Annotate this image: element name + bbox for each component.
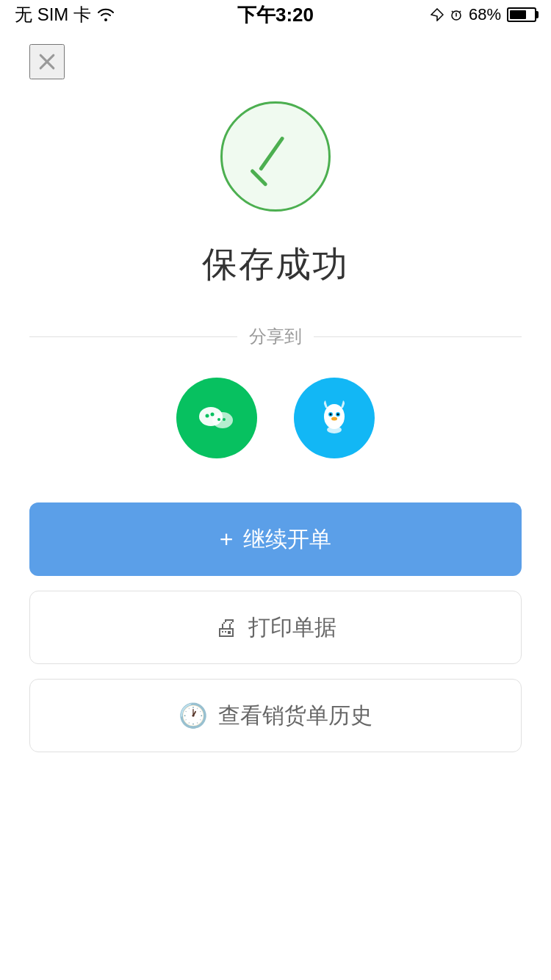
- wechat-share-button[interactable]: [176, 378, 257, 458]
- share-icons: [29, 378, 522, 458]
- svg-point-5: [212, 412, 233, 428]
- qq-icon: [312, 396, 356, 440]
- wifi-icon: [97, 8, 115, 21]
- success-circle: [220, 101, 331, 212]
- battery-percent: 68%: [469, 5, 501, 24]
- svg-point-7: [211, 413, 215, 417]
- status-right: 68%: [431, 5, 536, 24]
- svg-line-2: [452, 11, 453, 12]
- print-icon: 🖨: [215, 614, 238, 641]
- success-title: 保存成功: [202, 241, 349, 288]
- share-section: 分享到: [29, 325, 522, 458]
- battery-indicator: [507, 7, 536, 22]
- action-buttons: + 继续开单 🖨 打印单据 🕐 查看销货单历史: [29, 502, 522, 752]
- history-label: 查看销货单历史: [218, 701, 372, 731]
- continue-button[interactable]: + 继续开单: [29, 502, 522, 576]
- checkmark-icon: [250, 137, 301, 177]
- main-content: 保存成功 分享到: [0, 29, 551, 782]
- alarm-icon: [450, 8, 463, 21]
- clock-icon: 🕐: [179, 702, 208, 729]
- svg-point-14: [330, 414, 332, 416]
- qq-share-button[interactable]: [294, 378, 375, 458]
- svg-point-9: [223, 418, 226, 421]
- print-button[interactable]: 🖨 打印单据: [29, 591, 522, 664]
- history-button[interactable]: 🕐 查看销货单历史: [29, 679, 522, 752]
- svg-point-15: [337, 414, 339, 416]
- status-time: 下午3:20: [237, 2, 314, 28]
- svg-point-16: [331, 417, 337, 421]
- continue-label: 继续开单: [243, 525, 331, 555]
- location-icon: [431, 8, 444, 21]
- share-label: 分享到: [249, 325, 302, 348]
- wechat-icon: [195, 396, 239, 440]
- plus-icon: +: [220, 526, 234, 553]
- print-label: 打印单据: [248, 613, 336, 643]
- divider-right: [314, 336, 522, 337]
- svg-point-6: [206, 414, 209, 418]
- svg-line-3: [459, 11, 461, 12]
- divider-left: [29, 336, 237, 337]
- status-carrier: 无 SIM 卡: [15, 3, 115, 26]
- svg-point-8: [217, 418, 220, 421]
- close-icon: [37, 51, 57, 72]
- close-button[interactable]: [29, 44, 65, 79]
- share-divider: 分享到: [29, 325, 522, 348]
- status-bar: 无 SIM 卡 下午3:20 68%: [0, 0, 551, 29]
- svg-point-11: [327, 426, 342, 433]
